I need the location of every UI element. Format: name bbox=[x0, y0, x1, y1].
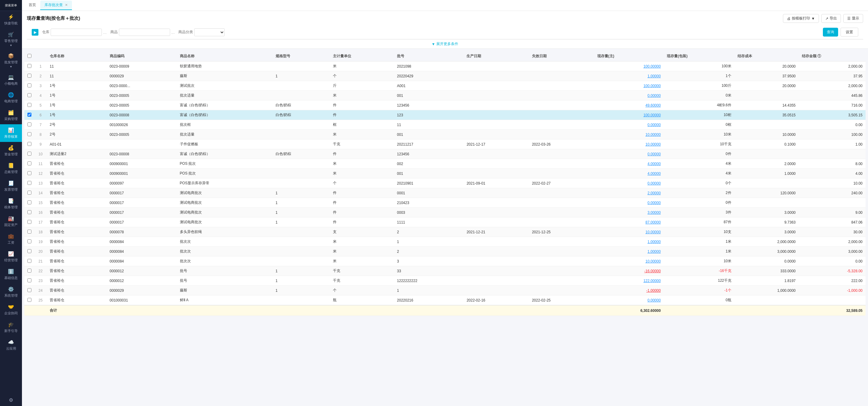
row-qty-main[interactable]: 10.00000 bbox=[594, 139, 664, 149]
sidebar-item-fixed-assets[interactable]: 🏭 固定资产 bbox=[0, 212, 22, 230]
row-select-checkbox[interactable] bbox=[27, 152, 31, 156]
row-checkbox[interactable] bbox=[24, 149, 34, 159]
row-qty-main[interactable]: 0.00000 bbox=[594, 178, 664, 188]
row-select-checkbox[interactable] bbox=[27, 64, 31, 68]
row-qty-main[interactable]: 0.00000 bbox=[594, 120, 664, 130]
row-checkbox[interactable] bbox=[24, 71, 34, 81]
row-checkbox[interactable] bbox=[24, 208, 34, 217]
row-checkbox[interactable] bbox=[24, 120, 34, 130]
row-select-checkbox[interactable] bbox=[27, 74, 31, 78]
row-select-checkbox[interactable] bbox=[27, 269, 31, 273]
sidebar-item-retail[interactable]: 🛒 零售管理 ▼ bbox=[0, 29, 22, 50]
tab-batch-query[interactable]: 库存批次查 ✕ bbox=[40, 1, 72, 10]
row-qty-main[interactable]: 1.00000 bbox=[594, 247, 664, 257]
row-qty-main[interactable]: 100.00000 bbox=[594, 110, 664, 120]
sidebar-item-mini-ecom[interactable]: 💻 小额电商 bbox=[0, 71, 22, 89]
row-qty-main[interactable]: 122.00000 bbox=[594, 276, 664, 286]
row-qty-main[interactable]: 0.00000 bbox=[594, 91, 664, 101]
sidebar-item-quick-nav[interactable]: ⚡ 快捷导航 bbox=[0, 11, 22, 29]
row-select-checkbox[interactable] bbox=[27, 298, 31, 302]
sidebar-item-tax[interactable]: 📑 税务管理 bbox=[0, 195, 22, 212]
row-qty-main[interactable]: 10.00000 bbox=[594, 130, 664, 139]
sidebar-settings[interactable]: ⚙ bbox=[0, 394, 22, 406]
warehouse-input[interactable] bbox=[51, 29, 102, 36]
row-qty-main[interactable]: 100.00000 bbox=[594, 62, 664, 71]
row-qty-main[interactable]: 100.00000 bbox=[594, 81, 664, 91]
sidebar-item-ops[interactable]: 📈 经营管理 bbox=[0, 248, 22, 266]
row-qty-main[interactable]: 2.00000 bbox=[594, 188, 664, 198]
sidebar-item-system[interactable]: ⚙️ 系统管理 bbox=[0, 283, 22, 301]
filter-expand-arrow[interactable]: ▶ bbox=[32, 29, 38, 36]
sidebar-item-collab[interactable]: 🤝 企业协同 bbox=[0, 301, 22, 318]
row-qty-main[interactable]: -1.00000 bbox=[594, 286, 664, 296]
tab-close-button[interactable]: ✕ bbox=[65, 3, 68, 7]
row-select-checkbox[interactable] bbox=[27, 132, 31, 136]
sidebar-item-purchase[interactable]: 🗂️ 采购管理 bbox=[0, 107, 22, 124]
row-checkbox[interactable] bbox=[24, 178, 34, 188]
row-checkbox[interactable] bbox=[24, 91, 34, 101]
sidebar-item-assets[interactable]: 💰 资金管理 bbox=[0, 142, 22, 160]
row-qty-main[interactable]: 0.00000 bbox=[594, 149, 664, 159]
row-qty-main[interactable]: 49.60000 bbox=[594, 101, 664, 110]
expand-more-conditions[interactable]: ▼ 展开更多条件 bbox=[27, 39, 863, 48]
row-select-checkbox[interactable] bbox=[27, 239, 31, 243]
header-checkbox[interactable] bbox=[24, 51, 34, 62]
row-checkbox[interactable] bbox=[24, 257, 34, 266]
row-select-checkbox[interactable] bbox=[27, 278, 31, 282]
row-checkbox[interactable] bbox=[24, 62, 34, 71]
row-select-checkbox[interactable] bbox=[27, 142, 31, 146]
query-button[interactable]: 查询 bbox=[823, 28, 838, 37]
sidebar-item-ecom[interactable]: 🌐 电商管理 bbox=[0, 89, 22, 107]
row-qty-main[interactable]: 4.00000 bbox=[594, 169, 664, 178]
sidebar-item-cloud[interactable]: ☁️ 云应用 bbox=[0, 336, 22, 354]
row-select-checkbox[interactable] bbox=[27, 83, 31, 88]
sidebar-item-basic[interactable]: ℹ️ 基础信息 bbox=[0, 266, 22, 283]
row-qty-main[interactable]: 0.00000 bbox=[594, 198, 664, 208]
row-select-checkbox[interactable] bbox=[27, 162, 31, 165]
row-qty-main[interactable]: 10.00000 bbox=[594, 257, 664, 266]
row-select-checkbox[interactable] bbox=[27, 113, 31, 117]
row-select-checkbox[interactable] bbox=[27, 210, 31, 214]
sidebar-search[interactable]: 搜索菜单 bbox=[0, 0, 22, 11]
row-checkbox[interactable] bbox=[24, 237, 34, 247]
row-checkbox[interactable] bbox=[24, 101, 34, 110]
row-checkbox[interactable] bbox=[24, 188, 34, 198]
sidebar-item-newbie[interactable]: 🎓 新手引导 bbox=[0, 318, 22, 336]
row-select-checkbox[interactable] bbox=[27, 288, 31, 292]
set-button[interactable]: 设置 bbox=[841, 28, 858, 37]
row-select-checkbox[interactable] bbox=[27, 191, 31, 195]
row-select-checkbox[interactable] bbox=[27, 200, 31, 204]
row-select-checkbox[interactable] bbox=[27, 93, 31, 97]
row-qty-main[interactable]: 4.00000 bbox=[594, 159, 664, 169]
tab-home[interactable]: 首页 bbox=[24, 1, 40, 10]
sidebar-item-inventory[interactable]: 📊 库存核算 bbox=[0, 124, 22, 142]
row-qty-main[interactable]: 10.00000 bbox=[594, 227, 664, 237]
row-qty-main[interactable]: 3.00000 bbox=[594, 208, 664, 217]
export-button[interactable]: ↗ 导出 bbox=[822, 14, 841, 23]
row-checkbox[interactable] bbox=[24, 110, 34, 120]
display-button[interactable]: ☰ 显示 bbox=[843, 14, 863, 23]
row-select-checkbox[interactable] bbox=[27, 230, 31, 234]
row-checkbox[interactable] bbox=[24, 217, 34, 227]
row-qty-main[interactable]: 87.00000 bbox=[594, 217, 664, 227]
row-checkbox[interactable] bbox=[24, 227, 34, 237]
row-qty-main[interactable]: 1.00000 bbox=[594, 237, 664, 247]
row-checkbox[interactable] bbox=[24, 266, 34, 276]
row-checkbox[interactable] bbox=[24, 139, 34, 149]
category-select[interactable] bbox=[194, 28, 225, 36]
select-all-checkbox[interactable] bbox=[27, 54, 31, 58]
row-checkbox[interactable] bbox=[24, 247, 34, 257]
row-qty-main[interactable]: 1.00000 bbox=[594, 71, 664, 81]
row-select-checkbox[interactable] bbox=[27, 103, 31, 107]
row-select-checkbox[interactable] bbox=[27, 171, 31, 175]
row-checkbox[interactable] bbox=[24, 296, 34, 305]
row-checkbox[interactable] bbox=[24, 276, 34, 286]
row-select-checkbox[interactable] bbox=[27, 249, 31, 253]
row-checkbox[interactable] bbox=[24, 159, 34, 169]
row-checkbox[interactable] bbox=[24, 198, 34, 208]
print-button[interactable]: 🖨 按模板打印 ▼ bbox=[783, 14, 819, 23]
sidebar-item-general[interactable]: 📒 总账管理 bbox=[0, 160, 22, 177]
row-qty-main[interactable]: -16.00000 bbox=[594, 266, 664, 276]
row-qty-main[interactable]: 0.00000 bbox=[594, 296, 664, 305]
row-checkbox[interactable] bbox=[24, 286, 34, 296]
